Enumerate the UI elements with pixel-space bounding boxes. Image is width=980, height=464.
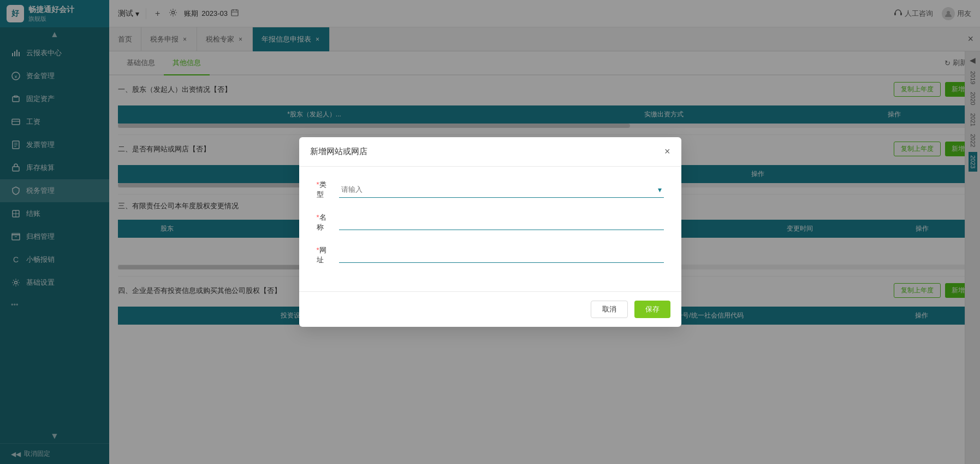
modal-overlay: 新增网站或网店 × *类型 ▾ *名 <box>0 0 980 464</box>
name-input[interactable] <box>341 218 662 226</box>
modal-close-button[interactable]: × <box>664 146 670 157</box>
modal-title: 新增网站或网店 <box>310 146 367 157</box>
form-label-type: *类型 <box>317 180 332 199</box>
url-field-container <box>339 248 664 263</box>
form-row-type: *类型 ▾ <box>317 180 664 199</box>
form-row-url: *网址 <box>317 245 664 265</box>
modal-add-website: 新增网站或网店 × *类型 ▾ *名 <box>299 137 681 327</box>
type-field-container: ▾ <box>339 182 664 198</box>
type-dropdown-arrow[interactable]: ▾ <box>658 185 662 194</box>
required-star-url: * <box>317 246 319 254</box>
form-label-name: *名称 <box>317 213 332 232</box>
modal-body: *类型 ▾ *名称 <box>299 167 681 291</box>
name-field-container <box>339 215 664 230</box>
modal-footer: 取消 保存 <box>299 291 681 327</box>
form-item-type: *类型 ▾ <box>317 180 664 199</box>
form-label-url: *网址 <box>317 245 332 265</box>
modal-header: 新增网站或网店 × <box>299 137 681 167</box>
form-item-name: *名称 <box>317 213 664 232</box>
type-input[interactable] <box>341 185 654 193</box>
required-star-type: * <box>317 180 319 189</box>
modal-cancel-button[interactable]: 取消 <box>591 301 628 318</box>
url-input[interactable] <box>341 251 662 259</box>
form-row-name: *名称 <box>317 213 664 232</box>
form-item-url: *网址 <box>317 245 664 265</box>
modal-save-button[interactable]: 保存 <box>634 301 670 318</box>
required-star-name: * <box>317 213 319 221</box>
